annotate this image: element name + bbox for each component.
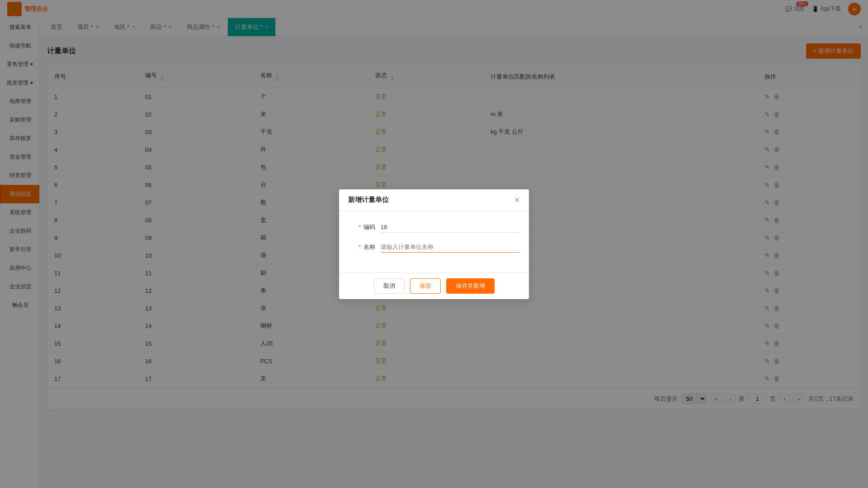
name-label: * 名称 (348, 243, 375, 251)
code-label-text: 编码 (363, 224, 375, 230)
name-form-row: * 名称 (348, 242, 520, 253)
name-label-text: 名称 (363, 244, 375, 250)
code-form-row: * 编码 (348, 222, 520, 233)
save-and-new-button[interactable]: 保存并新增 (446, 278, 495, 294)
code-required-mark: * (359, 224, 361, 230)
add-unit-modal: 新增计量单位 ✕ * 编码 * 名称 取消 保存 保存并新增 (339, 189, 529, 299)
modal-footer: 取消 保存 保存并新增 (339, 272, 529, 299)
name-required-mark: * (359, 244, 361, 250)
code-input[interactable] (381, 222, 520, 233)
modal-title: 新增计量单位 (348, 196, 389, 204)
modal-close-button[interactable]: ✕ (514, 196, 520, 204)
modal-header: 新增计量单位 ✕ (339, 189, 529, 211)
name-input[interactable] (381, 242, 520, 253)
cancel-button[interactable]: 取消 (374, 278, 405, 294)
modal-overlay[interactable]: 新增计量单位 ✕ * 编码 * 名称 取消 保存 保存并新增 (0, 0, 868, 488)
code-label: * 编码 (348, 223, 375, 231)
modal-body: * 编码 * 名称 (339, 211, 529, 272)
save-button[interactable]: 保存 (410, 278, 441, 294)
